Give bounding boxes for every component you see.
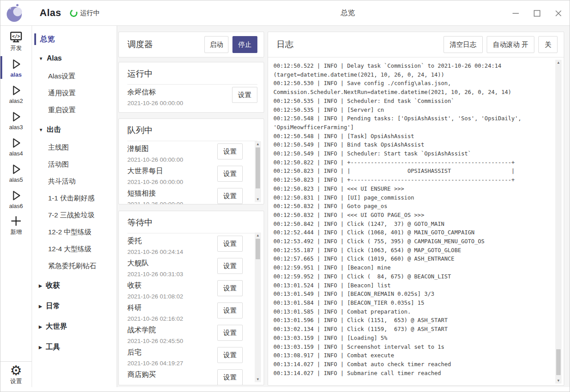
rail-item[interactable]: </> 开发 [0,28,32,54]
rail-item-label: alas5 [9,176,23,183]
scroll-up-icon[interactable]: ▲ [255,233,261,238]
task-setting-button[interactable]: 设置 [217,188,243,204]
log-line: 00:12:50.823 | INFO | | OPSIASHASSIST | [273,167,553,176]
menu-item-label: 1-1 伏击刷好感 [48,194,94,203]
menu-item[interactable]: 7-2 三战捡垃圾 [32,207,117,224]
task-setting-button[interactable]: 设置 [217,143,243,159]
rail-item[interactable]: alas3 [0,107,32,133]
task-setting-button[interactable]: 设置 [217,325,243,341]
menu-item[interactable]: 1-1 伏击刷好感 [32,190,117,207]
scroll-thumb[interactable] [256,239,260,259]
menu-item[interactable]: 共斗活动 [32,173,117,190]
autoscroll-toggle-button[interactable]: 自动滚动 开 [487,36,534,53]
menu-item[interactable]: ▶ 收获 [32,276,117,295]
task-next-run-time: 2021-10-26 00:00:00 [127,154,183,163]
clear-log-button[interactable]: 清空日志 [444,36,483,53]
menu-item[interactable]: 通用设置 [32,85,117,102]
menu-item-label: 重启设置 [48,106,76,115]
log-scrollbar[interactable]: ▲ ▼ [555,60,562,384]
rail-item-label: 开发 [10,44,22,52]
menu-item[interactable]: 重启设置 [32,102,117,118]
task-next-run-time: 2021-10-26 01:08:02 [127,290,183,300]
rail-item-label: 新增 [10,228,22,236]
log-line: 00:12:52.444 | INFO | Click (1068, 401) … [273,228,553,237]
dev-icon: </> [9,30,23,44]
start-button[interactable]: 启动 [204,36,228,53]
rail-item[interactable]: alas2 [0,81,32,107]
task-next-run-time: 2021-10-26 00:31:03 [127,268,183,278]
menu-item[interactable]: ▼ Alas [32,49,117,68]
log-line: 'OpsiMeowfficerFarming'] [273,123,553,132]
task-setting-button[interactable]: 设置 [217,302,243,318]
menu-item[interactable]: 主线图 [32,139,117,156]
close-icon[interactable] [554,8,563,18]
menu-item-label: 收获 [46,281,60,290]
task-setting-button[interactable]: 设置 [217,166,243,182]
menu-item-label: 总览 [40,34,55,44]
scroll-down-icon[interactable]: ▼ [555,378,562,384]
menu-arrow-icon: ▶ [39,324,42,329]
queue-scrollbar[interactable]: ▲ ▼ [255,141,261,202]
menu-item-label: 12-2 中型练级 [48,228,91,237]
menu-item[interactable]: 12-4 大型练级 [32,241,117,257]
scroll-up-icon[interactable]: ▲ [255,141,261,147]
rail-item[interactable]: alas6 [0,186,32,212]
log-line: 00:13:01.584 | INFO | [BEACON_TIER 0.035… [273,298,553,307]
task-next-run-time: 2021-10-26 02:16:02 [127,313,183,322]
menu-item[interactable]: ▶ 大世界 [32,317,117,336]
log-line: 00:12:50.823 | INFO | <<< UI ENSURE >>> [273,184,553,193]
task-setting-button[interactable]: 设置 [217,258,243,274]
task-setting-button[interactable]: 设置 [217,369,243,385]
log-line: 00:12:55.187 | INFO | Click (1063, 654) … [273,246,553,255]
rail-item[interactable]: alas [0,54,32,81]
running-card: 运行中 余烬信标 2021-10-26 00:00:00 设置 [118,62,264,113]
scroll-down-icon[interactable]: ▼ [255,196,261,202]
scroll-up-icon[interactable]: ▲ [555,60,562,65]
rail-item[interactable]: alas4 [0,133,32,159]
task-next-run-time: 2021-10-26 02:45:50 [127,335,183,344]
task-setting-button[interactable]: 设置 [217,236,243,252]
rail-item-settings[interactable]: ⚙ 设置 [0,361,32,387]
menu-item-label: 出击 [47,125,61,135]
log-line: 00:12:50.549 | INFO | Bind task OpsiAshA… [273,140,553,149]
menu-item[interactable]: 12-2 中型练级 [32,224,117,241]
menu-item[interactable]: 总览 [32,31,117,47]
rail-item-label: alas2 [9,98,23,104]
waiting-scrollbar[interactable]: ▲ ▼ [255,233,261,382]
menu-item[interactable]: Alas设置 [32,68,117,85]
menu-arrow-icon: ▶ [39,283,42,288]
scroll-thumb[interactable] [256,147,260,188]
task-setting-button[interactable]: 设置 [217,347,243,363]
log-line: 00:12:59.951 | INFO | [Beacon] mine [273,263,553,272]
menu-item[interactable]: ▶ 工具 [32,338,117,356]
menu-item[interactable]: ▶ 日常 [32,297,117,315]
menu-item[interactable]: 紧急委托刷钻石 [32,257,117,274]
scroll-down-icon[interactable]: ▼ [255,376,261,382]
rail-items: </> 开发 alas alas2 al [0,28,32,238]
rail-item[interactable]: alas5 [0,159,32,186]
maximize-icon[interactable] [532,8,542,18]
scroll-thumb[interactable] [556,349,561,375]
minimize-icon[interactable] [511,8,521,18]
log-title: 日志 [277,39,293,50]
log-line: Commission.Scheduler.NextRun=datetime.da… [273,88,553,97]
menu-item[interactable]: 活动图 [32,156,117,173]
task-name: 后宅 [127,347,183,357]
task-setting-button[interactable]: 设置 [217,280,243,296]
menu-item-label: 大世界 [46,322,67,331]
waiting-task-list: 委托 2021-10-26 00:24:14 设置 大舰队 2021-10-26… [127,233,257,385]
log-line: 00:13:01.549 | INFO | [BEACON_REMAIN 0.0… [273,290,553,298]
menu-item[interactable]: ▼ 出击 [32,120,117,139]
stop-button[interactable]: 停止 [232,36,257,53]
status-label: 运行中 [80,9,100,17]
log-line: 00:12:57.665 | INFO | Click (1019, 660) … [273,254,553,263]
task-next-run-time: 2021-10-26 00:00:00 [127,198,183,204]
waiting-title: 等待中 [127,217,257,229]
log-line: 00:12:50.535 | INFO | [Server] cn [273,106,553,114]
svg-text:</>: </> [12,34,20,39]
task-setting-button[interactable]: 设置 [232,87,257,103]
rail-item[interactable]: 新增 [0,212,32,238]
log-line: 00:13:08.917 | INFO | Combat execute [273,351,553,360]
app-title: Alas [40,7,61,19]
autoscroll-off-button[interactable]: 关 [538,36,558,53]
